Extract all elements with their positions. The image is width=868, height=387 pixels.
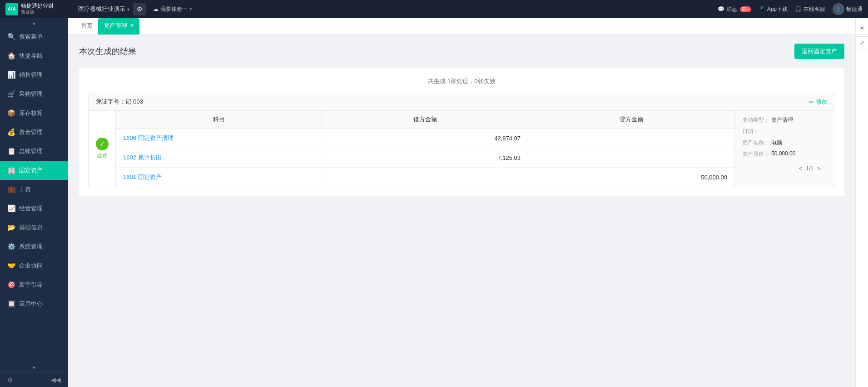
- credit-cell: [528, 152, 734, 163]
- subject-cell[interactable]: 1606 固定资产清理: [116, 129, 322, 148]
- message-button[interactable]: 💬 消息 99+: [718, 5, 751, 13]
- sidebar-item-label: 销售管理: [19, 71, 43, 79]
- date-label: 日期：: [742, 128, 759, 135]
- sidebar-item-search[interactable]: 🔍 搜索菜单: [0, 27, 68, 46]
- chevron-down-icon: ▾: [127, 7, 129, 12]
- voucher-rows: 1606 固定资产清理 42,874.97 1602 累计折旧 7,125.03: [116, 129, 734, 187]
- sidebar-collapse-icon[interactable]: ◀◀: [51, 376, 61, 383]
- sidebar-scroll-up[interactable]: ▲: [0, 18, 68, 27]
- app-download-label: App下载: [767, 5, 788, 13]
- asset-value-row: 资产原值： 50,000.00: [742, 150, 828, 158]
- sidebar-item-inventory[interactable]: 📦 库存核算: [0, 104, 68, 123]
- guide-icon: 🎯: [7, 281, 15, 289]
- prev-page[interactable]: <: [799, 165, 802, 172]
- logo-area: AtA 畅捷通好业财 普及版: [5, 3, 74, 15]
- change-type-label: 变动类型：: [742, 116, 769, 124]
- inventory-icon: 📦: [7, 109, 15, 117]
- tabs-bar: 首页 资产管理 ✕: [68, 18, 855, 35]
- next-page[interactable]: >: [817, 165, 820, 172]
- sidebar-item-label: 应用中心: [19, 300, 43, 308]
- debit-cell: 42,874.97: [322, 129, 528, 147]
- app-download-button[interactable]: 📱 App下载: [759, 5, 788, 13]
- experience-label: 我要体验一下: [160, 5, 193, 13]
- debit-cell: [322, 172, 528, 183]
- tab-home[interactable]: 首页: [75, 18, 98, 35]
- customer-service-button[interactable]: 🎧 在线客服: [795, 5, 825, 13]
- app-version: 普及版: [21, 9, 54, 15]
- sidebar-item-label: 基础信息: [19, 223, 43, 232]
- sidebar-item-quick-nav[interactable]: 🏠 快捷导航: [0, 46, 68, 65]
- sidebar-item-app-center[interactable]: 🔲 应用中心: [0, 294, 68, 313]
- sidebar-item-label: 工资: [19, 185, 31, 194]
- message-icon: 💬: [718, 6, 724, 12]
- sidebar-item-label: 固定资产: [19, 166, 43, 174]
- app-center-icon: 🔲: [7, 300, 15, 308]
- credit-cell: [528, 133, 734, 144]
- content-area: 首页 资产管理 ✕ 本次生成的结果 返回固定资产 共生成 1张凭证，0张失败 凭…: [68, 18, 855, 387]
- experience-button[interactable]: ☁ 我要体验一下: [153, 5, 193, 13]
- result-panel: 共生成 1张凭证，0张失败 凭证字号：记-003 ✏ 修改 ✓: [79, 68, 844, 196]
- basic-info-icon: 📂: [7, 223, 15, 232]
- sidebar-item-label: 经营管理: [19, 204, 43, 213]
- purchase-icon: 🛒: [7, 90, 15, 98]
- sidebar-item-purchase[interactable]: 🛒 采购管理: [0, 84, 68, 104]
- payroll-icon: 💼: [7, 185, 15, 194]
- settings-icon-btn[interactable]: ⚙: [133, 3, 146, 15]
- sidebar-item-label: 搜索菜单: [19, 33, 43, 41]
- credit-cell: 50,000.00: [528, 169, 734, 186]
- subject-cell[interactable]: 1601 固定资产: [116, 168, 322, 187]
- panel-close-button[interactable]: ✕: [856, 22, 868, 35]
- table-row: 1601 固定资产 50,000.00: [116, 168, 734, 187]
- sidebar-item-guide[interactable]: 🎯 新手引导: [0, 275, 68, 294]
- top-header: AtA 畅捷通好业财 普及版 医疗器械行业演示 ▾ ⚙ ☁ 我要体验一下 💬 消…: [0, 0, 868, 18]
- panel-expand-button[interactable]: ⤢: [856, 36, 868, 49]
- voucher-number: 凭证字号：记-003: [96, 98, 143, 106]
- edit-icon: ✏: [809, 99, 814, 105]
- system-icon: ⚙️: [7, 243, 15, 251]
- header-right: 💬 消息 99+ 📱 App下载 🎧 在线客服 👤 畅捷通: [718, 3, 863, 15]
- sidebar: ▲ 🔍 搜索菜单 🏠 快捷导航 📊 销售管理 🛒 采购管理 📦 库存核算: [0, 18, 68, 387]
- sidebar-items: 🔍 搜索菜单 🏠 快捷导航 📊 销售管理 🛒 采购管理 📦 库存核算 💰: [0, 27, 68, 363]
- tab-home-label: 首页: [81, 22, 93, 30]
- sidebar-scroll-down[interactable]: ▼: [0, 363, 68, 372]
- user-profile[interactable]: 👤 畅捷通: [833, 3, 863, 15]
- sidebar-item-sales[interactable]: 📊 销售管理: [0, 65, 68, 84]
- tab-asset-management[interactable]: 资产管理 ✕: [98, 18, 139, 35]
- app-name: 畅捷通好业财: [21, 3, 54, 9]
- change-type-value: 资产清理: [771, 116, 793, 124]
- sidebar-item-label: 新手引导: [19, 281, 43, 289]
- company-name: 医疗器械行业演示: [78, 5, 125, 13]
- sales-icon: 📊: [7, 71, 15, 79]
- sidebar-item-ledger[interactable]: 📋 总账管理: [0, 142, 68, 161]
- subject-cell[interactable]: 1602 累计折旧: [116, 148, 322, 167]
- pagination: < 1/1 >: [742, 162, 828, 175]
- asset-name-value: 电脑: [771, 139, 782, 147]
- sidebar-item-enterprise[interactable]: 🤝 企业协同: [0, 256, 68, 275]
- sidebar-item-fixed-assets[interactable]: 🏢 固定资产: [0, 161, 68, 180]
- panel-controls: ✕ ⤢: [855, 18, 868, 387]
- sidebar-settings-icon[interactable]: ⚙: [7, 376, 13, 383]
- sidebar-item-label: 企业协同: [19, 262, 43, 270]
- return-button[interactable]: 返回固定资产: [794, 44, 844, 59]
- sidebar-item-finance[interactable]: 💰 资金管理: [0, 123, 68, 142]
- tab-close-icon[interactable]: ✕: [130, 23, 134, 29]
- debit-cell: 7,125.03: [322, 149, 528, 167]
- username: 畅捷通: [846, 5, 863, 13]
- status-column: ✓ 成功: [89, 111, 116, 187]
- enterprise-icon: 🤝: [7, 262, 15, 270]
- date-row: 日期：: [742, 128, 828, 135]
- voucher-table-header: 科目 借方金额 贷方金额: [116, 111, 734, 129]
- sidebar-item-operations[interactable]: 📈 经营管理: [0, 199, 68, 218]
- message-badge: 99+: [740, 6, 751, 12]
- col-debit: 借方金额: [322, 111, 528, 128]
- result-summary: 共生成 1张凭证，0张失败: [88, 77, 835, 85]
- company-selector[interactable]: 医疗器械行业演示 ▾: [78, 5, 129, 13]
- edit-button[interactable]: ✏ 修改: [809, 98, 828, 106]
- sidebar-item-label: 采购管理: [19, 90, 43, 98]
- sidebar-item-system[interactable]: ⚙️ 系统管理: [0, 237, 68, 256]
- headset-icon: 🎧: [795, 6, 802, 12]
- sidebar-item-payroll[interactable]: 💼 工资: [0, 180, 68, 199]
- page-title: 本次生成的结果: [79, 46, 136, 57]
- page-info: 1/1: [806, 165, 813, 172]
- sidebar-item-basic-info[interactable]: 📂 基础信息: [0, 218, 68, 237]
